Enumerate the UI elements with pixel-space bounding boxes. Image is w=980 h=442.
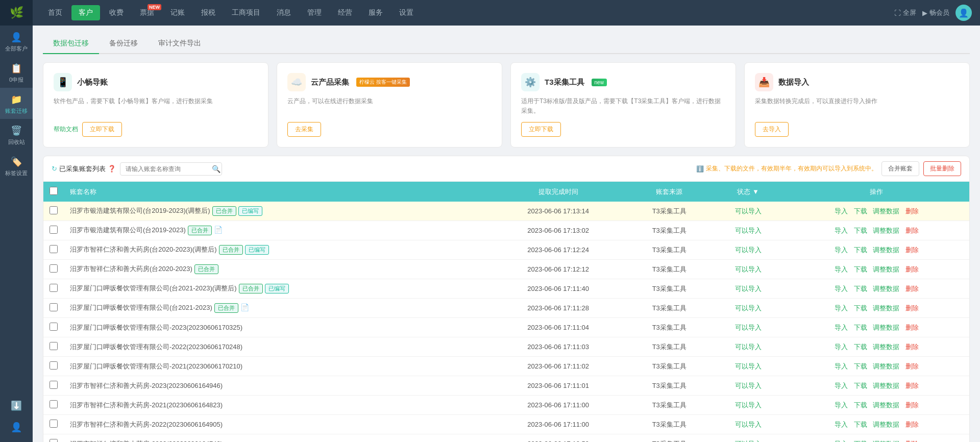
import-btn[interactable]: 导入: [832, 342, 850, 352]
nav-clients[interactable]: 客户: [71, 5, 100, 20]
nav-home[interactable]: 首页: [41, 5, 69, 20]
nav-settings[interactable]: 设置: [392, 5, 421, 20]
import-btn[interactable]: 导入: [832, 362, 850, 371]
delete-btn[interactable]: 删除: [903, 323, 921, 332]
download-btn[interactable]: 下载: [852, 226, 869, 235]
download-now-btn[interactable]: 立即下载: [82, 122, 122, 137]
batch-delete-btn[interactable]: 批量删除: [923, 161, 961, 176]
row-checkbox-cell[interactable]: [43, 221, 64, 240]
row-checkbox-cell[interactable]: [43, 357, 64, 376]
adjust-btn[interactable]: 调整数据: [871, 381, 901, 390]
download-btn[interactable]: 下载: [852, 342, 869, 352]
row-checkbox[interactable]: [50, 381, 58, 389]
adjust-btn[interactable]: 调整数据: [871, 265, 901, 274]
member-btn[interactable]: ▶ 畅会员: [922, 8, 949, 17]
import-btn[interactable]: 导入: [832, 207, 850, 216]
fullscreen-btn[interactable]: ⛶ 全屏: [894, 8, 916, 17]
adjust-btn[interactable]: 调整数据: [871, 207, 901, 216]
row-checkbox-cell[interactable]: [43, 415, 64, 434]
row-checkbox[interactable]: [50, 323, 58, 331]
row-checkbox-cell[interactable]: [43, 299, 64, 318]
adjust-btn[interactable]: 调整数据: [871, 439, 901, 442]
tab-backup-migration[interactable]: 备份迁移: [99, 34, 148, 54]
sidebar-item-account-migration[interactable]: 📁 账套迁移: [0, 88, 33, 119]
download-btn[interactable]: 下载: [852, 304, 869, 313]
adjust-btn[interactable]: 调整数据: [871, 401, 901, 410]
import-btn[interactable]: 导入: [832, 226, 850, 235]
delete-btn[interactable]: 删除: [903, 381, 921, 390]
adjust-btn[interactable]: 调整数据: [871, 304, 901, 313]
row-checkbox[interactable]: [50, 264, 58, 273]
row-checkbox[interactable]: [50, 303, 58, 311]
adjust-btn[interactable]: 调整数据: [871, 362, 901, 371]
search-button[interactable]: 🔍: [212, 165, 220, 173]
nav-messages[interactable]: 消息: [270, 5, 298, 20]
help-doc-btn[interactable]: 帮助文档: [54, 122, 78, 137]
delete-btn[interactable]: 删除: [903, 226, 921, 235]
delete-btn[interactable]: 删除: [903, 284, 921, 293]
import-btn[interactable]: 导入: [832, 245, 850, 255]
header-checkbox[interactable]: [50, 187, 58, 195]
import-btn[interactable]: 导入: [832, 401, 850, 410]
app-logo[interactable]: 🌿: [0, 0, 33, 26]
header-checkbox-cell[interactable]: [43, 182, 64, 202]
delete-btn[interactable]: 删除: [903, 245, 921, 255]
row-checkbox-cell[interactable]: [43, 260, 64, 279]
nav-invoice[interactable]: 票据 NEW: [133, 5, 161, 20]
sidebar-item-all-clients[interactable]: 👤 全部客户: [0, 26, 33, 57]
nav-management[interactable]: 管理: [300, 5, 329, 20]
row-checkbox-cell[interactable]: [43, 279, 64, 299]
sidebar-item-zero-report[interactable]: 📋 0申报: [0, 57, 33, 88]
nav-business[interactable]: 工商项目: [225, 5, 267, 20]
download-btn[interactable]: 下载: [852, 420, 869, 429]
sidebar-item-tag-settings[interactable]: 🏷️ 标签设置: [0, 150, 33, 181]
import-btn[interactable]: 导入: [832, 420, 850, 429]
col-status[interactable]: 状态 ▼: [712, 182, 783, 202]
row-checkbox-cell[interactable]: [43, 376, 64, 396]
download-btn[interactable]: 下载: [852, 265, 869, 274]
download-btn[interactable]: 下载: [852, 439, 869, 442]
row-checkbox-cell[interactable]: [43, 318, 64, 337]
refresh-icon[interactable]: ↻: [52, 165, 57, 173]
adjust-btn[interactable]: 调整数据: [871, 342, 901, 352]
import-btn[interactable]: 导入: [832, 284, 850, 293]
download-btn[interactable]: 下载: [852, 401, 869, 410]
row-checkbox[interactable]: [50, 342, 58, 350]
row-checkbox[interactable]: [50, 245, 58, 253]
delete-btn[interactable]: 删除: [903, 342, 921, 352]
nav-tax[interactable]: 报税: [194, 5, 223, 20]
row-checkbox[interactable]: [50, 284, 58, 292]
download-btn[interactable]: 下载: [852, 245, 869, 255]
download-btn[interactable]: 下载: [852, 362, 869, 371]
row-checkbox-cell[interactable]: [43, 240, 64, 260]
search-input[interactable]: [120, 162, 222, 176]
delete-btn[interactable]: 删除: [903, 265, 921, 274]
download-t3-btn[interactable]: 立即下载: [521, 122, 561, 137]
sidebar-item-recycle[interactable]: 🗑️ 回收站: [0, 119, 33, 150]
row-checkbox-cell[interactable]: [43, 202, 64, 221]
adjust-btn[interactable]: 调整数据: [871, 226, 901, 235]
row-checkbox[interactable]: [50, 206, 58, 214]
help-icon[interactable]: ❓: [108, 165, 116, 173]
nav-billing[interactable]: 收费: [102, 5, 131, 20]
row-checkbox-cell[interactable]: [43, 337, 64, 357]
import-btn[interactable]: 导入: [832, 265, 850, 274]
import-btn[interactable]: 导入: [832, 304, 850, 313]
import-btn[interactable]: 导入: [832, 381, 850, 390]
row-checkbox[interactable]: [50, 420, 58, 428]
nav-services[interactable]: 服务: [361, 5, 390, 20]
download-btn[interactable]: 下载: [852, 381, 869, 390]
row-checkbox[interactable]: [50, 361, 58, 370]
row-checkbox-cell[interactable]: [43, 396, 64, 415]
import-btn[interactable]: 导入: [832, 323, 850, 332]
delete-btn[interactable]: 删除: [903, 207, 921, 216]
delete-btn[interactable]: 删除: [903, 362, 921, 371]
row-checkbox[interactable]: [50, 400, 58, 408]
row-checkbox[interactable]: [50, 439, 58, 442]
adjust-btn[interactable]: 调整数据: [871, 420, 901, 429]
import-btn[interactable]: 导入: [832, 439, 850, 442]
sidebar-item-download[interactable]: ⬇️: [0, 394, 33, 415]
go-import-btn[interactable]: 去导入: [755, 122, 789, 137]
nav-accounting[interactable]: 记账: [163, 5, 192, 20]
download-btn[interactable]: 下载: [852, 207, 869, 216]
